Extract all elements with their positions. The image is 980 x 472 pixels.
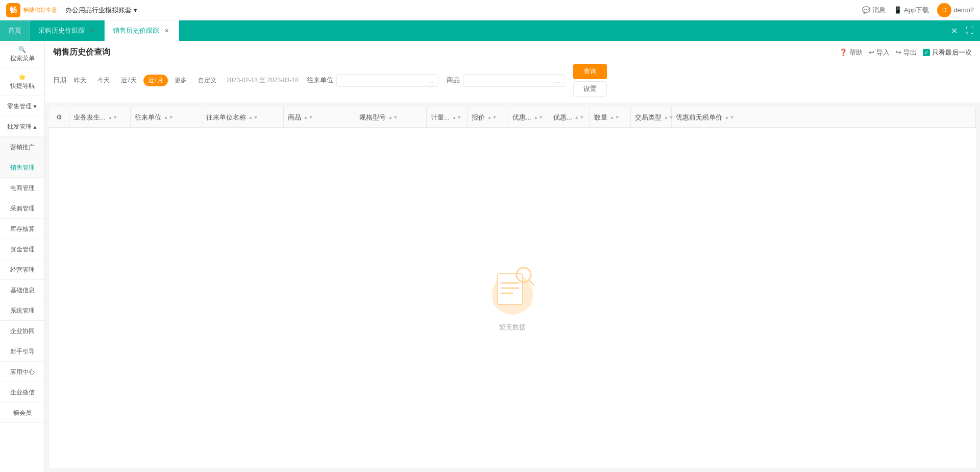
sidebar-item-enterprise-label: 企业协同 <box>2 327 42 336</box>
query-button[interactable]: 查询 <box>573 64 607 79</box>
th-spec[interactable]: 规格型号 ▲▼ <box>355 107 427 127</box>
tab-home[interactable]: 首页 <box>0 20 30 41</box>
th-discount2[interactable]: 优惠... ▲▼ <box>549 107 590 127</box>
sidebar-item-quick-nav[interactable]: ⭐ 快捷导航 <box>0 68 44 96</box>
account-selector[interactable]: 办公用品行业模拟账套 ▾ <box>61 4 141 17</box>
product-input[interactable]: ... <box>463 74 565 87</box>
th-biz-date[interactable]: 业务发生... ▲▼ <box>69 107 131 127</box>
export-action[interactable]: ↪ 导出 <box>896 48 917 57</box>
help-icon: ❓ <box>839 49 847 56</box>
sidebar-item-wholesale-mgmt[interactable]: 批发管理 ▲ <box>0 116 44 137</box>
tab-sales-history[interactable]: 销售历史价跟踪 ✕ <box>105 20 179 41</box>
product-input-dots: ... <box>555 77 560 84</box>
sidebar-item-inventory[interactable]: 库存核算 <box>0 219 44 239</box>
sidebar-item-marketing[interactable]: 营销推广 <box>0 137 44 157</box>
date-label: 日期 <box>53 76 66 85</box>
sidebar-item-guide-label: 新手引导 <box>2 347 42 356</box>
date-btn-custom[interactable]: 自定义 <box>193 75 221 86</box>
tab-purchase-history[interactable]: 采购历史价跟踪 ✕ <box>30 20 105 41</box>
sidebar-item-app-center[interactable]: 应用中心 <box>0 362 44 382</box>
sort-icon: ▲▼ <box>724 115 734 120</box>
th-product[interactable]: 商品 ▲▼ <box>284 107 355 127</box>
chevron-down-icon: ▾ <box>134 6 137 14</box>
sidebar-item-search-menu-label: 搜索菜单 <box>2 54 42 63</box>
th-discount2-label: 优惠... <box>553 113 572 122</box>
svg-rect-1 <box>497 274 523 304</box>
th-biz-date-label: 业务发生... <box>74 113 106 122</box>
date-buttons: 昨天 今天 近7天 近1月 更多 自定义 <box>69 75 221 86</box>
export-icon: ↪ <box>896 49 901 56</box>
sort-icon: ▲▼ <box>303 115 313 120</box>
sidebar-item-wechat[interactable]: 企业微信 <box>0 382 44 403</box>
table-header: ⚙ 业务发生... ▲▼ 往来单位 ▲▼ 往来单位名称 ▲▼ 商品 ▲▼ <box>49 107 976 128</box>
tab-sales-close-icon[interactable]: ✕ <box>162 27 170 35</box>
th-quote[interactable]: 报价 ▲▼ <box>468 107 508 127</box>
sidebar-item-ecommerce[interactable]: 电商管理 <box>0 178 44 198</box>
fullscreen-btn[interactable]: ⛶ <box>964 24 976 37</box>
th-partner-code[interactable]: 往来单位 ▲▼ <box>131 107 202 127</box>
message-action[interactable]: 💬 消息 <box>862 6 886 15</box>
th-quantity[interactable]: 数量 ▲▼ <box>590 107 631 127</box>
partner-input[interactable]: ... <box>336 74 438 87</box>
help-action[interactable]: ❓ 帮助 <box>839 48 863 57</box>
date-btn-today[interactable]: 今天 <box>93 75 114 86</box>
th-settings[interactable]: ⚙ <box>49 107 69 127</box>
help-label: 帮助 <box>849 48 863 57</box>
sidebar-item-inventory-label: 库存核算 <box>2 225 42 233</box>
message-label: 消息 <box>872 6 886 15</box>
account-selector-label: 办公用品行业模拟账套 <box>65 6 132 15</box>
sidebar-item-sales-mgmt[interactable]: 销售管理 <box>0 157 44 178</box>
sidebar-item-enterprise[interactable]: 企业协同 <box>0 321 44 341</box>
only-last-action[interactable]: ✓ 只看最后一次 <box>923 48 972 57</box>
sort-icon: ▲▼ <box>388 115 398 120</box>
sidebar-item-search-menu[interactable]: 🔍 搜索菜单 <box>0 41 44 68</box>
settings-button[interactable]: 设置 <box>573 81 607 97</box>
page-actions: ❓ 帮助 ↩ 导入 ↪ 导出 ✓ 只看最后一次 <box>839 48 972 57</box>
sidebar-item-operations[interactable]: 经营管理 <box>0 259 44 280</box>
sort-icon: ▲▼ <box>533 115 544 120</box>
sidebar-item-retail-mgmt[interactable]: 零售管理 ▼ <box>0 96 44 116</box>
username-label: demo2 <box>953 6 974 14</box>
th-pre-tax-price-label: 优惠前无税单价 <box>676 113 722 122</box>
th-discount1[interactable]: 优惠... ▲▼ <box>508 107 549 127</box>
user-action[interactable]: D demo2 <box>937 3 974 17</box>
sort-icon: ▲▼ <box>609 115 620 120</box>
sidebar-item-finance[interactable]: 资金管理 <box>0 239 44 259</box>
sidebar-item-marketing-label: 营销推广 <box>2 143 42 152</box>
date-btn-more[interactable]: 更多 <box>170 75 191 86</box>
top-bar-left: 畅 畅捷信好生意 办公用品行业模拟账套 ▾ <box>6 3 141 17</box>
sidebar-item-member[interactable]: 畅会员 <box>0 403 44 423</box>
sidebar-item-purchase[interactable]: 采购管理 <box>0 198 44 219</box>
sidebar-item-basic-info[interactable]: 基础信息 <box>0 280 44 300</box>
th-unit-label: 计量... <box>431 113 450 122</box>
page-title: 销售历史价查询 <box>53 47 110 58</box>
import-action[interactable]: ↩ 导入 <box>869 48 890 57</box>
th-quantity-label: 数量 <box>594 113 607 122</box>
sort-icon: ▲▼ <box>574 115 584 120</box>
sidebar-item-finance-label: 资金管理 <box>2 245 42 254</box>
svg-line-6 <box>529 280 534 285</box>
date-btn-yesterday[interactable]: 昨天 <box>69 75 91 86</box>
sidebar-item-system-label: 系统管理 <box>2 306 42 315</box>
sidebar-item-operations-label: 经营管理 <box>2 266 42 274</box>
only-last-checkbox[interactable]: ✓ <box>923 49 930 56</box>
date-btn-7days[interactable]: 近7天 <box>116 75 141 86</box>
tab-sales-history-label: 销售历史价跟踪 <box>113 26 159 35</box>
logo-icon: 畅 <box>6 3 20 17</box>
th-trade-type[interactable]: 交易类型 ▲▼ <box>631 107 672 127</box>
app-download-action[interactable]: 📱 App下载 <box>894 6 929 15</box>
sidebar-item-guide[interactable]: 新手引导 <box>0 341 44 362</box>
th-quote-label: 报价 <box>472 113 485 122</box>
close-tab-btn[interactable]: ✕ <box>949 24 960 38</box>
th-unit[interactable]: 计量... ▲▼ <box>427 107 468 127</box>
sort-icon: ▲▼ <box>248 115 258 120</box>
tab-purchase-close-icon[interactable]: ✕ <box>88 27 96 35</box>
th-trade-type-label: 交易类型 <box>635 113 662 122</box>
message-icon: 💬 <box>862 6 870 14</box>
date-btn-1month[interactable]: 近1月 <box>143 75 168 86</box>
th-pre-tax-price[interactable]: 优惠前无税单价 ▲▼ <box>672 107 976 127</box>
sidebar-item-purchase-label: 采购管理 <box>2 204 42 213</box>
th-partner-name[interactable]: 往来单位名称 ▲▼ <box>202 107 284 127</box>
sidebar-item-system[interactable]: 系统管理 <box>0 300 44 321</box>
date-filter: 日期 昨天 今天 近7天 近1月 更多 自定义 2023-02-18 至 202… <box>53 75 299 86</box>
